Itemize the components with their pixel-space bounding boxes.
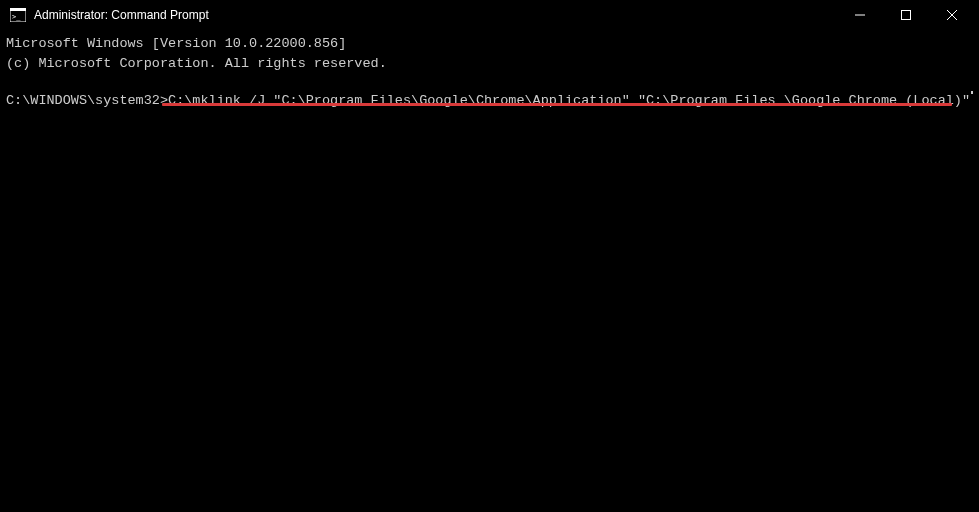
terminal-output[interactable]: Microsoft Windows [Version 10.0.22000.85… — [0, 30, 979, 114]
cmd-icon: >_ — [10, 8, 26, 22]
version-line: Microsoft Windows [Version 10.0.22000.85… — [6, 34, 973, 54]
highlight-underline — [162, 103, 952, 106]
command-line: C:\WINDOWS\system32>C:\mklink /J "C:\Pro… — [6, 91, 973, 111]
title-bar: >_ Administrator: Command Prompt — [0, 0, 979, 30]
cursor — [971, 91, 973, 94]
prompt-text: C:\WINDOWS\system32> — [6, 91, 168, 111]
blank-line — [6, 73, 973, 91]
maximize-button[interactable] — [883, 0, 929, 30]
close-button[interactable] — [929, 0, 975, 30]
copyright-line: (c) Microsoft Corporation. All rights re… — [6, 54, 973, 74]
window-title: Administrator: Command Prompt — [34, 8, 837, 22]
minimize-button[interactable] — [837, 0, 883, 30]
svg-text:>_: >_ — [12, 13, 21, 21]
window-controls — [837, 0, 975, 30]
command-text: C:\mklink /J "C:\Program Files\Google\Ch… — [168, 91, 970, 111]
svg-rect-4 — [902, 11, 911, 20]
svg-rect-1 — [10, 8, 26, 11]
